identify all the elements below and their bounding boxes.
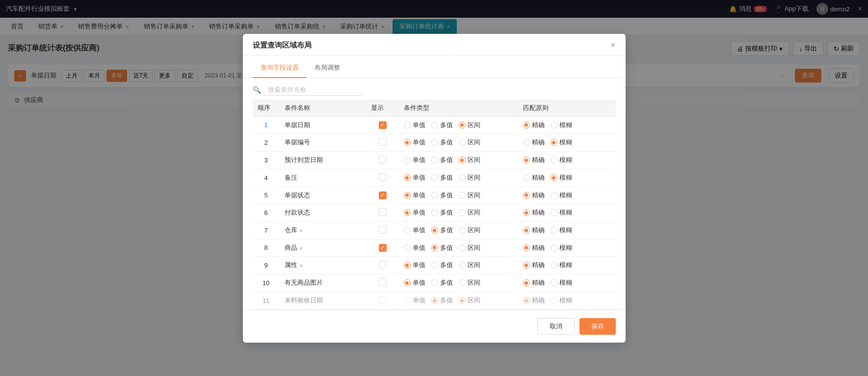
th-match: 匹配原则 xyxy=(518,100,616,115)
modal-overlay: 设置查询区域布局 × 查询字段设置 布局调整 🔍 顺序 条件名称 xyxy=(0,0,868,115)
dialog-search-area: 🔍 xyxy=(243,78,626,100)
tab-field-settings[interactable]: 查询字段设置 xyxy=(253,60,307,78)
tab-field-settings-label: 查询字段设置 xyxy=(261,64,299,71)
tab-layout-adjust[interactable]: 布局调整 xyxy=(307,60,348,78)
dialog-header: 设置查询区域布局 × xyxy=(243,34,626,55)
th-name: 条件名称 xyxy=(280,100,367,115)
search-input[interactable] xyxy=(264,84,362,96)
tab-layout-adjust-label: 布局调整 xyxy=(315,64,340,71)
th-display: 显示 xyxy=(366,100,398,115)
search-icon: 🔍 xyxy=(253,86,261,94)
settings-dialog: 设置查询区域布局 × 查询字段设置 布局调整 🔍 顺序 条件名称 xyxy=(243,34,626,115)
conditions-table: 顺序 条件名称 显示 条件类型 匹配原则 1单据日期 单值 多值 xyxy=(243,100,626,115)
dialog-tabs: 查询字段设置 布局调整 xyxy=(243,55,626,78)
dialog-title: 设置查询区域布局 xyxy=(253,41,312,50)
dialog-close-button[interactable]: × xyxy=(610,41,616,50)
th-type: 条件类型 xyxy=(399,100,518,115)
th-order: 顺序 xyxy=(253,100,280,115)
